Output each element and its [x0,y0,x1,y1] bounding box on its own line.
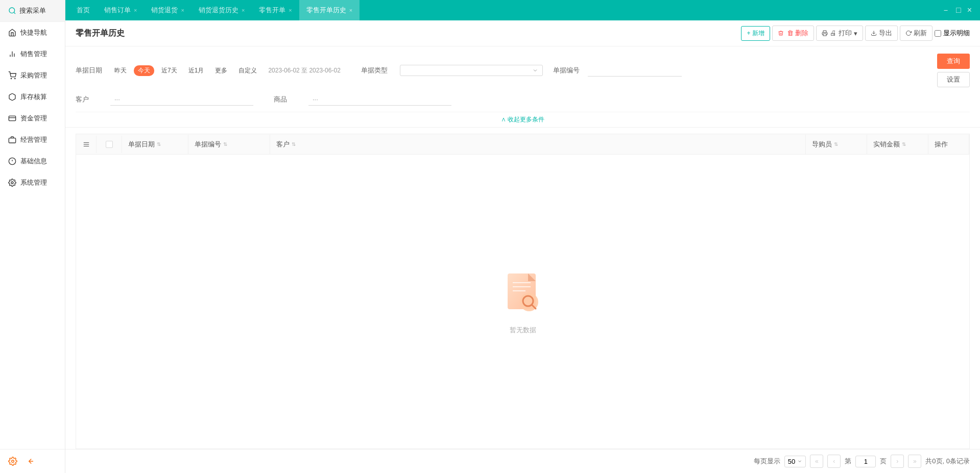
svg-point-0 [9,8,15,13]
tab-close-sales-return-history[interactable]: × [242,7,245,13]
svg-rect-7 [9,116,15,120]
sidebar-item-finance[interactable]: 资金管理 [0,108,65,129]
th-date[interactable]: 单据日期 ⇅ [122,135,188,154]
shopping-icon [8,71,16,80]
sort-amount-icon: ⇅ [902,141,906,147]
settings-icon [8,179,16,187]
search-icon [8,7,16,15]
tab-retail-history[interactable]: 零售开单历史 × [299,0,360,20]
sidebar-item-sales-mgmt[interactable]: 销售管理 [0,43,65,65]
sidebar-item-label: 资金管理 [20,114,47,123]
tab-close-retail-history[interactable]: × [349,7,352,13]
svg-point-14 [12,460,14,463]
customer-input[interactable] [110,93,253,106]
sidebar-item-inventory[interactable]: 库存核算 [0,86,65,108]
date-btn-custom[interactable]: 自定义 [234,65,261,76]
sidebar-item-business[interactable]: 经营管理 [0,129,65,151]
type-label: 单据类型 [361,66,396,75]
print-button[interactable]: 🖨 打印 ▾ [816,26,863,41]
filter-row-customer: 客户 商品 [76,93,970,106]
page-title: 零售开单历史 [76,28,739,39]
date-btn-more[interactable]: 更多 [211,65,231,76]
main-content: 首页 销售订单 × 销货退货 × 销货退货历史 × 零售开单 × 零售开单历史 … [65,0,980,473]
chevron-down-icon [532,67,538,73]
export-button[interactable]: 导出 [865,26,898,41]
th-number[interactable]: 单据编号 ⇅ [188,135,270,154]
tab-sales-order[interactable]: 销售订单 × [97,0,144,20]
tab-sales-return-history[interactable]: 销货退货历史 × [192,0,252,20]
box-icon [8,93,16,101]
sidebar-item-system[interactable]: 系统管理 [0,172,65,193]
sort-customer-icon: ⇅ [292,141,296,147]
select-all-checkbox[interactable] [106,141,113,148]
delete-button[interactable]: 🗑 删除 [772,26,815,41]
add-button[interactable]: + 新增 [741,26,770,41]
tab-close-sales-order[interactable]: × [134,7,137,13]
sort-number-icon: ⇅ [223,141,227,147]
page-size-select[interactable]: 50 [784,456,806,467]
table-header: 单据日期 ⇅ 单据编号 ⇅ 客户 ⇅ 导购员 ⇅ 实销金额 ⇅ [76,134,970,154]
th-guide[interactable]: 导购员 ⇅ [806,135,867,154]
sort-guide-icon: ⇅ [834,141,838,147]
refresh-button[interactable]: 刷新 [900,26,933,41]
chart-icon [8,50,16,58]
sidebar-item-label: 快捷导航 [20,28,47,37]
page-label-after: 页 [880,457,887,466]
tab-close-retail-open[interactable]: × [289,7,292,13]
sidebar-search[interactable]: 搜索采单 [0,0,65,22]
close-btn[interactable]: × [967,6,972,15]
tab-retail-open[interactable]: 零售开单 × [252,0,299,20]
th-action: 操作 [928,135,969,154]
type-select[interactable] [400,65,543,76]
sidebar-item-label: 库存核算 [20,92,47,102]
th-check[interactable] [97,136,122,153]
display-detail-checkbox[interactable]: 显示明细 [935,29,970,38]
tab-close-sales-return[interactable]: × [181,7,184,13]
filter-settings-button[interactable]: 设置 [937,72,970,87]
tab-bar: 首页 销售订单 × 销货退货 × 销货退货历史 × 零售开单 × 零售开单历史 … [65,0,980,20]
page-number-input[interactable]: 1 [855,456,876,467]
sidebar-item-basic-info[interactable]: 基础信息 [0,151,65,172]
th-customer[interactable]: 客户 ⇅ [270,135,806,154]
prev-page-btn[interactable]: ‹ [827,455,841,468]
svg-point-5 [11,78,11,79]
th-settings[interactable] [76,136,97,153]
date-btn-last7[interactable]: 近7天 [157,65,181,76]
svg-rect-9 [9,138,15,143]
date-btn-today[interactable]: 今天 [134,65,154,76]
date-btn-last1m[interactable]: 近1月 [184,65,208,76]
customer-label: 客户 [76,95,110,104]
first-page-btn[interactable]: « [810,455,823,468]
tab-home[interactable]: 首页 [69,0,97,20]
sidebar-item-purchase-mgmt[interactable]: 采购管理 [0,65,65,86]
gear-icon[interactable] [8,457,17,466]
sidebar-item-label: 基础信息 [20,157,47,166]
maximize-btn[interactable]: □ [956,6,961,15]
goods-input[interactable] [308,93,451,106]
sidebar-bottom [0,449,65,473]
th-amount[interactable]: 实销金额 ⇅ [867,135,928,154]
collapse-more-btn[interactable]: ∧ 收起更多条件 [76,112,970,127]
toolbar: 零售开单历史 + 新增 🗑 删除 🖨 打印 ▾ 导出 [65,20,980,46]
date-btn-yesterday[interactable]: 昨天 [110,65,131,76]
date-filter-buttons: 昨天 今天 近7天 近1月 更多 自定义 2023-06-02 至 2023-0… [110,65,341,76]
svg-rect-16 [823,34,826,36]
sidebar-item-label: 经营管理 [20,135,47,144]
next-page-btn[interactable]: › [891,455,904,468]
page-size-chevron-icon [797,459,802,464]
sidebar-item-quick-nav[interactable]: 快捷导航 [0,22,65,43]
tab-sales-return[interactable]: 销货退货 × [144,0,191,20]
page-size-value: 50 [788,458,795,465]
minimize-btn[interactable]: － [942,5,950,16]
refresh-icon [905,30,912,36]
page-content: 零售开单历史 + 新增 🗑 删除 🖨 打印 ▾ 导出 [65,20,980,473]
query-buttons: 查询 设置 [937,54,970,87]
last-page-btn[interactable]: » [908,455,921,468]
query-button[interactable]: 查询 [937,54,970,69]
collapse-icon[interactable] [26,457,35,466]
print-icon [822,30,828,36]
sidebar-item-label: 系统管理 [20,178,47,187]
pagination: 每页显示 50 « ‹ 第 1 页 › » 共0页, 0条记录 [65,449,980,473]
table-area: 单据日期 ⇅ 单据编号 ⇅ 客户 ⇅ 导购员 ⇅ 实销金额 ⇅ [65,128,980,449]
number-input[interactable] [588,64,682,77]
